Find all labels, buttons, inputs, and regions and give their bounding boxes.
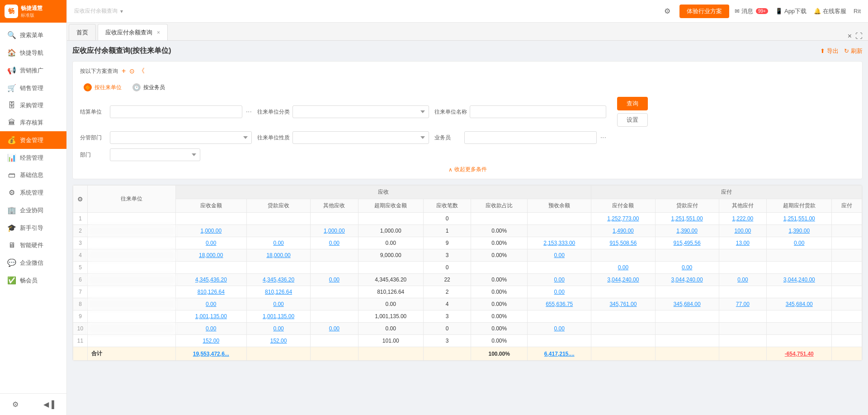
online-service-button[interactable]: 🔔 在线客服 xyxy=(814,7,846,15)
table-settings-col[interactable]: ⚙ xyxy=(73,186,88,213)
sidebar-item-label: 快捷导航 xyxy=(20,49,43,57)
wechat-icon: 💬 xyxy=(7,258,16,267)
filter-label-bar: 按以下方案查询 + ⊙ 《 xyxy=(80,67,855,75)
filter-laiwainame-input[interactable] xyxy=(470,105,606,118)
filter-add-button[interactable]: + xyxy=(122,67,126,75)
filter-bumen: 部门 xyxy=(80,148,252,161)
sidebar-item-marketing[interactable]: 📢 营销推广 xyxy=(0,62,66,79)
col-pay-amount: 应付金额 xyxy=(591,199,655,213)
sidebar-item-label: 采购管理 xyxy=(20,101,43,110)
data-table-wrapper: ⚙ 往来单位 应收 应付 应收金额 贷款应收 其他应收 超期应收金额 应收笔数 … xyxy=(72,185,863,361)
table-gear-icon[interactable]: ⚙ xyxy=(77,196,83,203)
sidebar-logo: 畅 畅捷通慧 标准版 xyxy=(0,0,66,23)
view-option-salesman[interactable]: 🕐 按业务员 xyxy=(129,81,169,93)
sidebar-item-system[interactable]: ⚙ 系统管理 xyxy=(0,184,66,201)
topbar-gear-icon[interactable]: ⚙ xyxy=(664,7,670,15)
filter-bumen-label: 部门 xyxy=(80,151,107,159)
sidebar-item-business[interactable]: 📊 经营管理 xyxy=(0,149,66,167)
system-icon: ⚙ xyxy=(7,188,16,197)
basic-icon: 🗃 xyxy=(7,171,16,179)
tab-balance-query[interactable]: 应收应付余额查询 × xyxy=(98,24,168,40)
filter-collapse-button[interactable]: 《 xyxy=(138,67,145,75)
sidebar-collapse-button[interactable]: ◀▐ xyxy=(40,398,57,410)
sidebar-item-member[interactable]: ✅ 畅会员 xyxy=(0,272,66,289)
table-row: 101,252,773.001,251,551.001,222.001,251,… xyxy=(73,213,862,225)
table-row: 100.000.000.000.0000.00%0.00 xyxy=(73,323,862,335)
sidebar-item-inventory[interactable]: 🏛 库存核算 xyxy=(0,114,66,131)
filter-options-button[interactable]: ⊙ xyxy=(129,67,135,75)
sidebar-item-wechat[interactable]: 💬 企业微信 xyxy=(0,254,66,272)
summary-rec-prepay[interactable]: 6,417,215.... xyxy=(528,347,591,361)
solution-button[interactable]: 体验行业方案 xyxy=(679,5,729,18)
sidebar-item-quicknav[interactable]: 🏠 快捷导航 xyxy=(0,44,66,62)
filter-row-2: 分管部门 往来单位性质 业务员 ··· xyxy=(80,131,855,144)
breadcrumb: 应收应付余额查询 ▾ xyxy=(74,7,659,15)
tabbar-actions: × ⛶ xyxy=(848,32,868,40)
filter-yewuyuan-label: 业务员 xyxy=(434,134,462,142)
summary-label: 合计 xyxy=(88,347,176,361)
sidebar-item-label: 企业微信 xyxy=(20,259,43,267)
sidebar-item-label: 营销推广 xyxy=(20,67,43,75)
query-button[interactable]: 查询 xyxy=(617,97,648,110)
sidebar-item-search[interactable]: 🔍 搜索菜单 xyxy=(0,26,66,44)
sidebar-item-corp[interactable]: 🏢 企业协同 xyxy=(0,201,66,219)
sidebar-item-purchase[interactable]: 🗄 采购管理 xyxy=(0,97,66,114)
sidebar-settings-button[interactable]: ⚙ xyxy=(9,398,22,410)
col-rec-loan: 贷款应收 xyxy=(246,199,310,213)
filter-collapse-btn[interactable]: ∧ 收起更多条件 xyxy=(80,166,855,173)
refresh-icon: ↻ xyxy=(844,48,849,54)
filter-laiwainame-label: 往来单位名称 xyxy=(434,108,467,116)
finance-icon: 💰 xyxy=(7,136,16,144)
filter-fenguan-label: 分管部门 xyxy=(80,134,107,142)
view-option-partner[interactable]: 🔶 按往来单位 xyxy=(80,81,125,93)
filter-yewuyuan-input[interactable] xyxy=(464,131,597,144)
filter-laiwaifenlei-select[interactable] xyxy=(292,105,429,118)
sidebar-item-finance[interactable]: 💰 资金管理 xyxy=(0,131,66,149)
message-button[interactable]: ✉ 消息 99+ xyxy=(735,7,768,15)
sidebar-item-basic[interactable]: 🗃 基础信息 xyxy=(0,167,66,184)
app-icon: 📱 xyxy=(775,8,783,14)
filter-yewuyuan-dots[interactable]: ··· xyxy=(600,134,606,142)
filter-scheme-label: 按以下方案查询 xyxy=(80,67,118,75)
sidebar-item-sales[interactable]: 🛒 销售管理 xyxy=(0,79,66,97)
page-header: 应收应付余额查询(按往来单位) ⬆ 导出 ↻ 刷新 xyxy=(72,46,863,56)
purchase-icon: 🗄 xyxy=(7,101,16,110)
settings-button[interactable]: 设置 xyxy=(617,113,648,127)
col-rec-amount: 应收金额 xyxy=(175,199,246,213)
service-icon: 🔔 xyxy=(814,8,821,14)
col-group-receivable: 应收 xyxy=(175,186,591,199)
tab-fullscreen-icon[interactable]: ⛶ xyxy=(855,32,863,40)
table-row: 500.000.00 xyxy=(73,262,862,274)
sidebar-item-guide[interactable]: 🎓 新手引导 xyxy=(0,219,66,237)
export-button[interactable]: ⬆ 导出 xyxy=(820,47,839,55)
tab-close-icon[interactable]: × xyxy=(157,29,160,36)
business-icon: 📊 xyxy=(7,153,16,162)
filter-jiesuan-dots[interactable]: ··· xyxy=(246,108,252,116)
breadcrumb-dropdown-icon[interactable]: ▾ xyxy=(120,8,123,14)
user-name[interactable]: Rit xyxy=(854,8,861,14)
guide-icon: 🎓 xyxy=(7,224,16,232)
col-rec-other: 其他应收 xyxy=(311,199,358,213)
summary-pay-overdue[interactable]: -654,751.40 xyxy=(767,347,832,361)
tab-close-window-icon[interactable]: × xyxy=(848,32,852,40)
sidebar-item-label: 资金管理 xyxy=(20,136,43,144)
app-download-button[interactable]: 📱 App下载 xyxy=(775,7,807,15)
col-group-payable: 应付 xyxy=(591,186,862,199)
filter-bumen-select[interactable] xyxy=(110,148,200,161)
sidebar-item-label: 搜索菜单 xyxy=(20,31,43,39)
filter-fenguan-select[interactable] xyxy=(110,131,252,144)
refresh-button[interactable]: ↻ 刷新 xyxy=(844,47,863,55)
tab-home[interactable]: 首页 xyxy=(69,24,96,40)
logo-text: 畅捷通慧 标准版 xyxy=(21,5,42,19)
col-pay-overdue: 超期应付货款 xyxy=(767,199,832,213)
filter-jiesuan-input[interactable] xyxy=(110,105,242,118)
col-rec-prepay: 预收余额 xyxy=(528,199,591,213)
filter-xingzhi-select[interactable] xyxy=(292,131,429,144)
sidebar-item-hardware[interactable]: 🖥 智能硬件 xyxy=(0,237,66,254)
message-badge: 99+ xyxy=(756,8,768,14)
marketing-icon: 📢 xyxy=(7,66,16,75)
summary-rec-amount[interactable]: 19,553,472,6... xyxy=(175,347,246,361)
member-icon: ✅ xyxy=(7,276,16,285)
message-icon: ✉ xyxy=(735,8,740,14)
page-title: 应收应付余额查询(按往来单位) xyxy=(72,46,171,56)
